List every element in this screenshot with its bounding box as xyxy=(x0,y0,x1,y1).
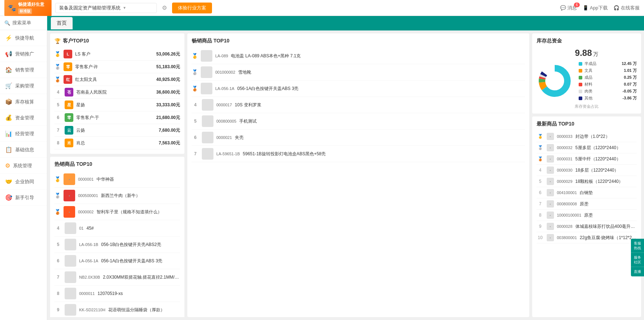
customer-top10-panel: 🏆 客户TOP10 🥇 L LS 客户 53,006.26元 🥈 零 零售客户·… xyxy=(50,33,184,154)
customer-amount: 53,006.26元 xyxy=(156,51,180,57)
trial-button[interactable]: 体验行业方案 xyxy=(172,3,212,13)
bronze-medal-icon: 🥉 xyxy=(537,156,544,161)
content-area: 首页 🏆 客户TOP10 🥇 L LS 客户 53,006.26元 🥈 零 零售… xyxy=(47,16,644,320)
search-icon: 🔍 xyxy=(4,20,10,26)
search-menu[interactable]: 🔍 搜索菜单 xyxy=(0,16,47,30)
product-code: 004100001 xyxy=(557,190,577,195)
product-code: 0000030 xyxy=(557,168,572,172)
legend-color-dot xyxy=(579,62,582,66)
legend-name: 其他 xyxy=(584,95,620,101)
bronze-medal-icon: 🥉 xyxy=(54,77,61,82)
product-code: 0000033 xyxy=(557,134,572,139)
product-code: 000800005 xyxy=(216,119,236,123)
rank-number: 6 xyxy=(537,190,544,195)
rank-number: 5 xyxy=(54,102,62,107)
silver-medal-icon: 🥈 xyxy=(537,145,544,150)
product-code: 000800008 xyxy=(557,202,577,206)
customer-name: 星扬 xyxy=(76,102,154,108)
live-stream-button[interactable]: 直播 xyxy=(631,267,644,276)
sidebar-label: 新手引导 xyxy=(15,194,34,201)
rank-number: 8 xyxy=(54,140,62,145)
latest-product-item: 7 ▪ 000800008 原垄 xyxy=(537,198,637,210)
sidebar-item-finance[interactable]: 💰 资金管理 xyxy=(0,110,47,126)
product-image xyxy=(202,99,213,111)
sidebar-label: 库存核算 xyxy=(15,99,34,105)
rank-number: 5 xyxy=(54,242,62,247)
product-icon: ▪ xyxy=(547,200,554,208)
latest-product-item: 10 ▪ 003800001 22g鱼豆腐·烧烤味（1*12*20） xyxy=(537,232,637,243)
online-service-button[interactable]: 🎧 在线客服 xyxy=(614,5,640,11)
inventory-amount: 9.88 xyxy=(575,48,592,58)
gear-icon[interactable]: ⚙ xyxy=(160,3,168,13)
rank-number: 6 xyxy=(54,115,62,120)
product-image: ▪ xyxy=(64,173,75,185)
sidebar-item-purchase[interactable]: 🛒 采购管理 xyxy=(0,78,47,94)
customer-rank-item: 7 云 云扬 7,680.00元 xyxy=(54,124,180,137)
guide-icon: 🎯 xyxy=(5,194,12,201)
legend-item: 半成品 12.45 万 xyxy=(579,61,637,66)
rank-number: 7 xyxy=(54,128,62,133)
basics-icon: 📋 xyxy=(5,146,12,153)
sidebar-item-system[interactable]: ⚙ 系统管理 xyxy=(0,158,47,174)
product-code: 000500001 xyxy=(78,193,98,198)
float-buttons: 客服热线 服务社区 直播 xyxy=(631,239,644,276)
customer-service-button[interactable]: 客服热线 xyxy=(631,239,644,253)
product-name: 056-1B白色按键开关壳ABS2壳 xyxy=(101,242,180,248)
product-image xyxy=(201,66,212,78)
product-image: ▪ xyxy=(64,206,75,218)
latest-product-item: 5 ▪ 0000029 18颗粒板（1220*2440） xyxy=(537,176,637,187)
latest-product-item: 🥇 ▪ 0000033 封边带（1.0*22） xyxy=(537,131,637,142)
rank-number: 10 xyxy=(537,235,544,240)
latest-product-item: 9 ▪ 0000028 体城嘉枝味苏打饮品400毫升（1*15） xyxy=(537,221,637,232)
nav-tabs: 首页 xyxy=(47,16,644,30)
tab-home[interactable]: 首页 xyxy=(51,17,73,29)
sidebar-item-sales[interactable]: 🏠 销售管理 xyxy=(0,62,47,78)
legend-color-dot xyxy=(579,97,582,100)
service-community-button[interactable]: 服务社区 xyxy=(631,253,644,267)
sidebar-item-basics[interactable]: 📋 基础信息 xyxy=(0,142,47,158)
rank-number: 9 xyxy=(54,307,62,312)
app-download-button[interactable]: 📱 App下载 xyxy=(583,5,608,11)
product-image xyxy=(65,222,76,234)
product-code: LA-056-1A xyxy=(79,259,98,263)
product-icon: ▪ xyxy=(547,144,554,151)
sidebar-item-inventory[interactable]: 📦 库存核算 xyxy=(0,94,47,110)
product-image: ▪ xyxy=(64,190,75,201)
legend-value: 12.45 万 xyxy=(621,61,637,66)
customer-avatar: L xyxy=(64,50,72,58)
hot-product-item: 5 LA-056-1B 056-1B白色按键开关壳ABS2壳 xyxy=(54,237,180,253)
logo-icon: 🐾 xyxy=(8,4,16,12)
sidebar-item-marketing[interactable]: 📢 营销推广 xyxy=(0,46,47,62)
legend-value: -0.05 万 xyxy=(623,89,637,94)
product-icon: ▪ xyxy=(547,155,554,163)
customer-name: 红太阳文具 xyxy=(75,77,154,83)
customer-amount: 7,563.00元 xyxy=(159,140,180,146)
sidebar-item-operations[interactable]: 📊 经营管理 xyxy=(0,126,47,142)
trending-product-item: 4 0000017 10S 变利罗浆 xyxy=(192,97,525,113)
legend-name: 材料 xyxy=(584,82,622,87)
sidebar-item-collab[interactable]: 🤝 企业协同 xyxy=(0,174,47,190)
customer-rank-item: 8 肖 肖总 7,563.00元 xyxy=(54,137,180,149)
customer-rank-item: 🥉 红 红太阳文具 40,925.00元 xyxy=(54,73,180,86)
customer-list: 🥇 L LS 客户 53,006.26元 🥈 零 零售客户·许 51,183.0… xyxy=(54,48,180,149)
product-name: 59651-1B旋转投影灯电池盒ABS黑色+58壳 xyxy=(243,151,525,157)
product-name: 原垄 xyxy=(584,212,637,218)
product-code: 0000029 xyxy=(557,179,572,184)
hot-product-item: 🥉 ▪ 0000002 智利车子里（规格不知道填什么） xyxy=(54,204,180,220)
hot-products-list: 🥇 ▪ 0000001 中华神器 🥈 ▪ 000500001 新西兰牛肉（新牛）… xyxy=(54,171,180,317)
messages-button[interactable]: 💬 消息 6 xyxy=(560,5,577,11)
rank-number: 8 xyxy=(537,213,544,218)
sidebar-item-guide[interactable]: 🎯 新手引导 xyxy=(0,190,47,206)
product-name: 封边带（1.0*22） xyxy=(575,134,637,140)
hot-product-item: 8 0000011 12070519-xs xyxy=(54,286,180,302)
main-layout: 🔍 搜索菜单 ⚡ 快捷导航 📢 营销推广 🏠 销售管理 🛒 采购管理 📦 库存核… xyxy=(0,16,644,320)
legend-name: 半成品 xyxy=(584,61,619,66)
silver-medal-icon: 🥈 xyxy=(54,193,61,198)
sidebar-item-quicknav[interactable]: ⚡ 快捷导航 xyxy=(0,30,47,46)
inventory-total: 9.88 万 xyxy=(537,48,637,58)
customer-rank-item: 4 苍 苍南县人民医院 36,600.00元 xyxy=(54,86,180,99)
operations-icon: 📊 xyxy=(5,130,12,137)
product-name: 原垄 xyxy=(580,201,637,207)
rank-number: 8 xyxy=(54,291,62,296)
system-selector[interactable]: 装备及固定资产辅助管理系统 ▼ xyxy=(55,3,157,13)
